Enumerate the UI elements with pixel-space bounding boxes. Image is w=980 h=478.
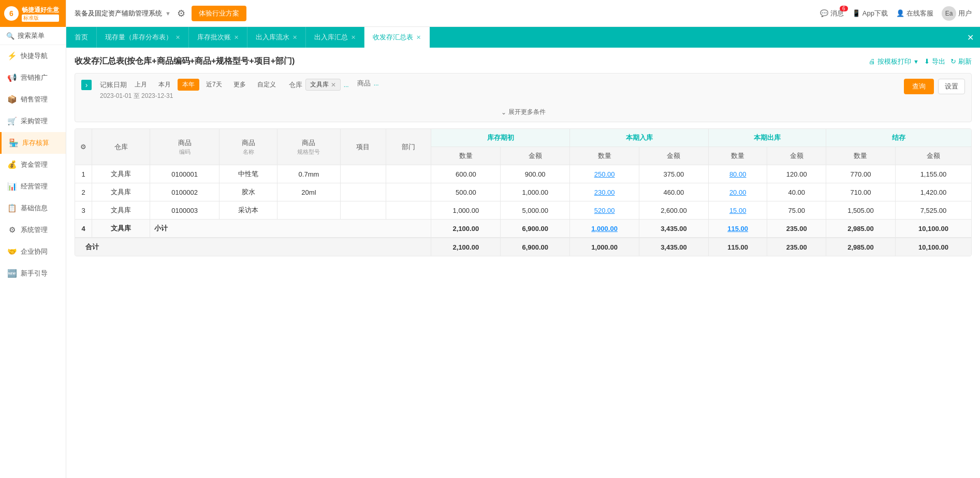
tab-stock-dist[interactable]: 现存量（库存分布表） ✕ <box>97 27 189 48</box>
subtotal-label: 小计 <box>150 220 431 238</box>
tab-stock-summary-close[interactable]: ✕ <box>416 34 421 41</box>
sidebar-item-sales[interactable]: 📦 销售管理 <box>0 89 66 110</box>
sidebar-item-system[interactable]: ⚙ 系统管理 <box>0 219 66 241</box>
export-btn[interactable]: ⬇ 导出 <box>924 57 945 66</box>
date-btn-7days[interactable]: 近7天 <box>201 79 227 91</box>
app-download-action[interactable]: 📱 App下载 <box>852 9 888 18</box>
tab-inout-summary-label: 出入库汇总 <box>314 33 348 42</box>
message-action[interactable]: 💬 消息 6 <box>820 9 844 18</box>
date-btn-this-month[interactable]: 本月 <box>154 79 175 91</box>
th-open-amt: 金额 <box>501 147 570 165</box>
query-button[interactable]: 查询 <box>904 79 934 94</box>
cell-goods-spec: 20ml <box>277 183 341 201</box>
expand-more-btn[interactable]: ⌄ 展开更多条件 <box>501 108 546 117</box>
subtotal-warehouse: 文具库 <box>92 220 150 238</box>
date-btn-last-month[interactable]: 上月 <box>130 79 152 91</box>
chevron-down-icon: ⌄ <box>501 109 506 116</box>
refresh-btn[interactable]: ↻ 刷新 <box>950 57 972 66</box>
goods-more[interactable]: ... <box>374 80 379 87</box>
header-left: 装备及固定资产辅助管理系统 ▼ ⚙ 体验行业方案 <box>75 6 246 21</box>
online-service-action[interactable]: 👤 在线客服 <box>896 9 933 18</box>
tab-stock-summary-label: 收发存汇总表 <box>373 33 413 42</box>
cell-close-amt: 1,420.00 <box>895 183 971 201</box>
trial-button[interactable]: 体验行业方案 <box>192 6 246 21</box>
warehouse-tag-remove[interactable]: ✕ <box>331 81 336 89</box>
user-action[interactable]: Ea 用户 <box>942 6 972 21</box>
sidebar-item-quick[interactable]: ⚡ 快捷导航 <box>0 45 66 67</box>
tab-bar-close-all[interactable]: ✕ <box>961 33 980 42</box>
cell-out-qty[interactable]: 15.00 <box>708 201 767 220</box>
sidebar-item-collab[interactable]: 🤝 企业协同 <box>0 241 66 263</box>
tab-inout-summary[interactable]: 出入库汇总 ✕ <box>306 27 364 48</box>
cell-in-amt: 2,600.00 <box>639 201 709 220</box>
cell-in-qty[interactable]: 230.00 <box>570 183 639 201</box>
th-project: 项目 <box>340 129 386 165</box>
sidebar-item-inventory[interactable]: 🏪 库存核算 <box>0 132 66 154</box>
chevron-down-icon: ▼ <box>165 10 171 17</box>
logo-area: 6 畅捷通好生意 标准版 <box>0 0 66 27</box>
refresh-icon: ↻ <box>950 57 956 65</box>
tab-home[interactable]: 首页 <box>66 27 97 48</box>
settings-icon[interactable]: ⚙ <box>177 8 185 19</box>
cell-open-amt: 900.00 <box>501 165 570 183</box>
date-btn-more[interactable]: 更多 <box>229 79 251 91</box>
tab-stock-summary[interactable]: 收发存汇总表 ✕ <box>364 27 430 48</box>
sidebar-item-purchase[interactable]: 🛒 采购管理 <box>0 110 66 132</box>
cell-goods-code: 0100002 <box>150 183 220 201</box>
th-out-qty: 数量 <box>708 147 767 165</box>
print-template-btn[interactable]: 🖨 按模板打印 ▼ <box>869 57 919 66</box>
cell-warehouse: 文具库 <box>92 201 150 220</box>
sidebar-item-marketing[interactable]: 📢 营销推广 <box>0 67 66 89</box>
tab-inout-summary-close[interactable]: ✕ <box>351 34 356 41</box>
subtotal-close-qty: 2,985.00 <box>826 220 896 238</box>
chevron-down-icon: ▼ <box>913 59 919 65</box>
cell-in-amt: 460.00 <box>639 183 709 201</box>
tab-batch-close[interactable]: ✕ <box>234 34 239 41</box>
filter-settings-button[interactable]: 设置 <box>938 79 965 94</box>
sidebar-item-guide[interactable]: 🆕 新手引导 <box>0 263 66 284</box>
sidebar-item-finance[interactable]: 💰 资金管理 <box>0 154 66 176</box>
sidebar-item-operation[interactable]: 📊 经营管理 <box>0 176 66 197</box>
table-row: 1 文具库 0100001 中性笔 0.7mm 600.00 900.00 25… <box>75 165 971 183</box>
th-dept: 部门 <box>386 129 431 165</box>
date-btn-custom[interactable]: 自定义 <box>253 79 281 91</box>
filter-expand-arrow[interactable]: › <box>81 80 92 90</box>
cell-open-amt: 5,000.00 <box>501 201 570 220</box>
cell-in-qty[interactable]: 250.00 <box>570 165 639 183</box>
cell-goods-name: 胶水 <box>220 183 277 201</box>
online-service-label: 在线客服 <box>906 9 933 18</box>
page-title: 收发存汇总表(按仓库+商品编码+商品+规格型号+项目+部门) <box>75 56 295 67</box>
footer-out-amt: 235.00 <box>767 238 826 256</box>
app-download-label: App下载 <box>862 9 888 18</box>
tab-batch[interactable]: 库存批次账 ✕ <box>189 27 247 48</box>
tab-inout-flow-close[interactable]: ✕ <box>292 34 297 41</box>
th-in-amt: 金额 <box>639 147 709 165</box>
sidebar-item-label: 经营管理 <box>21 182 48 191</box>
th-open-qty: 数量 <box>431 147 501 165</box>
footer-in-amt: 3,435.00 <box>639 238 709 256</box>
subtotal-out-qty: 115.00 <box>708 220 767 238</box>
collab-icon: 🤝 <box>7 247 17 256</box>
cell-in-qty[interactable]: 520.00 <box>570 201 639 220</box>
tab-stock-dist-close[interactable]: ✕ <box>175 34 180 41</box>
search-menu[interactable]: 🔍 搜索菜单 <box>0 27 66 45</box>
date-btn-this-year[interactable]: 本年 <box>178 79 199 91</box>
table-row: 2 文具库 0100002 胶水 20ml 500.00 1,000.00 23… <box>75 183 971 201</box>
message-badge: 6 <box>840 6 848 11</box>
warehouse-more[interactable]: ... <box>344 81 349 89</box>
goods-filter: 商品 ... <box>357 79 379 88</box>
expand-more-label: 展开更多条件 <box>508 108 546 117</box>
sidebar-item-basic[interactable]: 📋 基础信息 <box>0 197 66 219</box>
cell-out-qty[interactable]: 80.00 <box>708 165 767 183</box>
cell-out-qty[interactable]: 20.00 <box>708 183 767 201</box>
search-icon: 🔍 <box>6 32 14 40</box>
system-title-select[interactable]: 装备及固定资产辅助管理系统 ▼ <box>75 9 171 18</box>
avatar: Ea <box>942 6 956 21</box>
th-goods-name: 商品名称 <box>220 129 277 165</box>
cell-no: 3 <box>75 201 92 220</box>
th-settings[interactable]: ⚙ <box>75 129 92 165</box>
footer-out-qty: 115.00 <box>708 238 767 256</box>
system-icon: ⚙ <box>7 225 17 235</box>
tab-inout-flow[interactable]: 出入库流水 ✕ <box>247 27 306 48</box>
subtotal-row: 4 文具库 小计 2,100.00 6,900.00 1,000.00 3,43… <box>75 220 971 238</box>
